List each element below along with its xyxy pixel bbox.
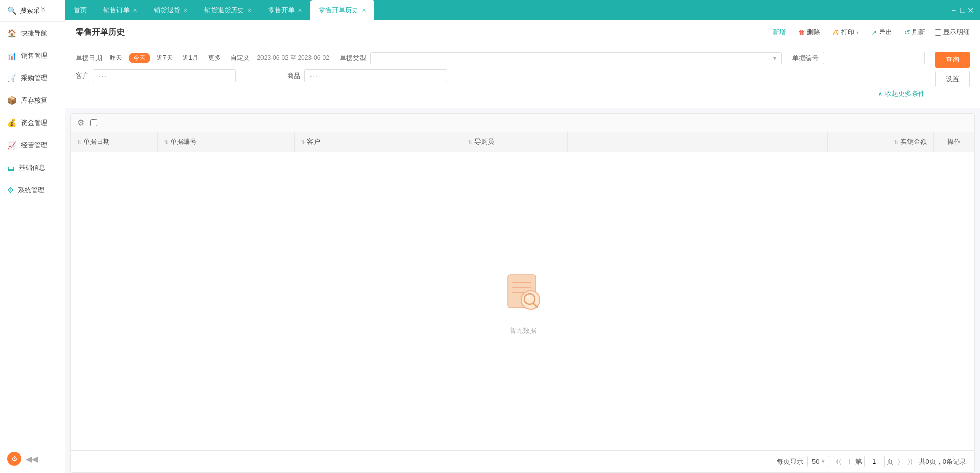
sidebar-item-purchase-mgmt[interactable]: 🛒 采购管理	[0, 67, 65, 89]
window-close-icon[interactable]: ✕	[967, 6, 974, 15]
table-section: ⚙ ⇅ 单据日期 ⇅ 单据编号 ⇅ 客户 ⇅ 导购员	[70, 113, 975, 473]
th-guide-label: 导购员	[474, 137, 494, 146]
customer-input[interactable]: ···	[93, 69, 236, 82]
export-button[interactable]: ↗ 导出	[868, 26, 895, 39]
product-input[interactable]: ···	[304, 69, 447, 82]
customer-label: 客户	[76, 71, 89, 81]
prev-page-btn[interactable]: ⟨	[846, 457, 853, 466]
th-spacer	[568, 132, 828, 152]
sidebar-item-inventory[interactable]: 📦 库存核算	[0, 89, 65, 112]
table-settings-icon[interactable]: ⚙	[77, 118, 84, 128]
th-num-label: 单据编号	[170, 137, 197, 146]
sidebar: 🔍 搜索采单 🏠 快捷导航 📊 销售管理 🛒 采购管理 📦 库存核算 💰 资金管…	[0, 0, 65, 473]
main-area: 首页 销售订单 ✕ 销货退货 ✕ 销货退货历史 ✕ 零售开单 ✕ 零售开单历史 …	[65, 0, 980, 473]
per-page-chevron-icon: ▾	[822, 458, 825, 465]
sidebar-item-label: 资金管理	[21, 118, 47, 128]
collapse-up-icon: ∧	[878, 90, 883, 98]
date-shortcuts: 昨天 今天 近7天 近1月 更多 自定义	[106, 53, 253, 63]
collapse-filter-btn[interactable]: ∧ 收起更多条件	[878, 87, 925, 101]
date-more-btn[interactable]: 更多	[205, 53, 224, 63]
tab-sales-return-history-label: 销货退货历史	[204, 6, 244, 15]
show-detail-checkbox-group[interactable]: 显示明细	[935, 28, 970, 37]
date-yesterday-btn[interactable]: 昨天	[106, 53, 126, 63]
th-amount[interactable]: ⇅ 实销金额	[828, 132, 934, 152]
sidebar-item-label: 库存核算	[21, 96, 47, 105]
date-7days-btn[interactable]: 近7天	[153, 53, 176, 63]
th-date-sort-icon: ⇅	[77, 139, 81, 145]
delete-button[interactable]: 🗑 删除	[795, 26, 823, 39]
refresh-icon: ↺	[904, 29, 910, 36]
page-label: 第	[855, 457, 862, 466]
print-chevron-icon: ▾	[856, 30, 859, 35]
sidebar-item-basic-info[interactable]: 🗂 基础信息	[0, 157, 65, 179]
collapse-sidebar-btn[interactable]: ◀◀	[26, 454, 38, 464]
empty-icon	[497, 267, 548, 318]
page-nav: ⟨⟨ ⟨ 第 页 ⟩ ⟩⟩	[833, 456, 915, 467]
sidebar-item-quick-nav[interactable]: 🏠 快捷导航	[0, 22, 65, 44]
product-label: 商品	[287, 71, 300, 81]
date-1month-btn[interactable]: 近1月	[179, 53, 202, 63]
tab-sales-order-close[interactable]: ✕	[133, 7, 137, 14]
filter-action-btns: 查询 设置	[935, 52, 970, 87]
sidebar-footer: ⚙ ◀◀	[0, 444, 65, 473]
customer-dots: ···	[99, 72, 107, 80]
th-date[interactable]: ⇅ 单据日期	[71, 132, 158, 152]
delete-btn-label: 删除	[807, 28, 820, 37]
bill-no-text-input[interactable]	[828, 54, 919, 62]
th-num[interactable]: ⇅ 单据编号	[158, 132, 294, 152]
top-nav: 首页 销售订单 ✕ 销货退货 ✕ 销货退货历史 ✕ 零售开单 ✕ 零售开单历史 …	[65, 0, 980, 20]
sidebar-item-label: 采购管理	[21, 73, 47, 83]
sidebar-item-sys-mgmt[interactable]: ⚙ 系统管理	[0, 179, 65, 202]
refresh-button[interactable]: ↺ 刷新	[901, 26, 928, 39]
collapse-label: 收起更多条件	[885, 89, 925, 98]
page-num-input[interactable]	[864, 456, 885, 467]
sidebar-search[interactable]: 🔍 搜索采单	[0, 0, 65, 22]
th-customer-label: 客户	[307, 137, 320, 146]
date-custom-btn[interactable]: 自定义	[227, 53, 253, 63]
th-num-sort-icon: ⇅	[164, 139, 168, 145]
th-amount-label: 实销金额	[900, 137, 927, 146]
th-guide[interactable]: ⇅ 导购员	[462, 132, 568, 152]
filter-settings-button[interactable]: 设置	[935, 71, 970, 87]
print-button[interactable]: 🖨 打印 ▾	[829, 26, 862, 39]
date-today-btn[interactable]: 今天	[129, 53, 150, 63]
tab-sales-return[interactable]: 销货退货 ✕	[146, 0, 196, 20]
window-maximize-icon[interactable]: □	[960, 6, 965, 15]
th-customer[interactable]: ⇅ 客户	[295, 132, 462, 152]
tab-retail-open-history-label: 零售开单历史	[319, 6, 358, 15]
per-page-select[interactable]: 50 ▾	[807, 456, 829, 467]
sidebar-search-label: 搜索采单	[20, 6, 46, 15]
tab-sales-return-history-close[interactable]: ✕	[247, 7, 252, 14]
first-page-btn[interactable]: ⟨⟨	[833, 457, 844, 466]
table-toolbar: ⚙	[71, 114, 974, 132]
filter-row-2: 客户 ··· 商品 ···	[76, 69, 925, 82]
settings-gear-btn[interactable]: ⚙	[7, 452, 21, 466]
tab-retail-open[interactable]: 零售开单 ✕	[260, 0, 310, 20]
query-button[interactable]: 查询	[935, 52, 970, 68]
tab-sales-order[interactable]: 销售订单 ✕	[95, 0, 146, 20]
sidebar-item-operations[interactable]: 📈 经营管理	[0, 134, 65, 157]
add-button[interactable]: + 新增	[764, 26, 789, 39]
tab-sales-return-label: 销货退货	[154, 6, 180, 15]
tab-retail-open-history-close[interactable]: ✕	[362, 7, 366, 14]
last-page-btn[interactable]: ⟩⟩	[905, 457, 915, 466]
page-suffix: 页	[887, 457, 893, 466]
sidebar-item-finance[interactable]: 💰 资金管理	[0, 112, 65, 134]
window-minimize-icon[interactable]: －	[950, 5, 958, 16]
show-detail-checkbox[interactable]	[935, 29, 941, 36]
tab-retail-open-close[interactable]: ✕	[298, 7, 302, 14]
chart-icon: 📊	[7, 51, 17, 60]
search-icon: 🔍	[7, 6, 17, 15]
bill-no-label: 单据编号	[792, 54, 819, 63]
tab-sales-return-history[interactable]: 销货退货历史 ✕	[196, 0, 260, 20]
tab-home[interactable]: 首页	[65, 0, 95, 20]
bill-type-select[interactable]: ▾	[370, 52, 782, 64]
sidebar-item-sales-mgmt[interactable]: 📊 销售管理	[0, 44, 65, 67]
tab-sales-return-close[interactable]: ✕	[183, 7, 188, 14]
next-page-btn[interactable]: ⟩	[895, 457, 903, 466]
tab-retail-open-history[interactable]: 零售开单历史 ✕	[310, 0, 374, 20]
bill-no-input[interactable]	[823, 52, 925, 64]
select-all-checkbox[interactable]	[90, 119, 97, 126]
cart-icon: 🛒	[7, 73, 17, 83]
page-header: 零售开单历史 + 新增 🗑 删除 🖨 打印 ▾ ↗ 导出	[65, 20, 980, 44]
